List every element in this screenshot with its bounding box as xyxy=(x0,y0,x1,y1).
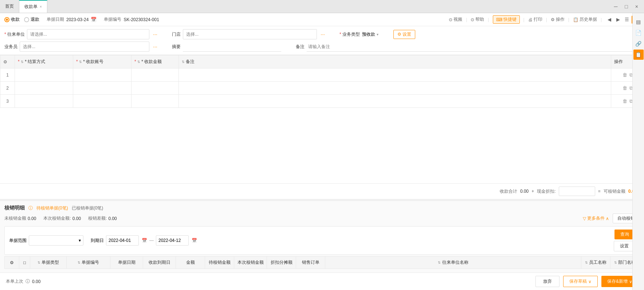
range-select[interactable]: ▾ xyxy=(29,235,83,246)
sidebar-layout-icon[interactable]: 📋 xyxy=(633,50,644,60)
salesperson-label: 业务员 xyxy=(4,44,17,50)
unverified-value: 0.00 xyxy=(28,216,36,221)
ops-icon: ⚙ xyxy=(551,17,555,22)
table-section: ⚙ ⇅ * 结算方式 ⇅ * 收款账号 ⇅ * 收款金额 ⇅ 备注 操作 1 xyxy=(0,55,644,183)
ops-button[interactable]: ⚙ 操作 xyxy=(551,16,565,23)
radio-refund[interactable]: 退款 xyxy=(24,16,39,23)
ops-label: 操作 xyxy=(556,16,565,23)
receipt-table: ⚙ ⇅ * 结算方式 ⇅ * 收款账号 ⇅ * 收款金额 ⇅ 备注 操作 1 xyxy=(0,55,644,108)
row-2-amount[interactable] xyxy=(131,82,179,95)
counterpart-label: 往来单位 xyxy=(4,31,25,38)
date-to-calendar-icon[interactable]: 📅 xyxy=(192,238,197,243)
date-from-calendar-icon[interactable]: 📅 xyxy=(142,238,147,243)
print-button[interactable]: 🖨 打印 xyxy=(528,16,542,23)
save-draft-button[interactable]: 保存草稿 ∨ xyxy=(563,276,598,287)
row-1-remark[interactable] xyxy=(179,68,611,82)
help-button[interactable]: ⊙ 帮助 xyxy=(471,16,484,23)
history-label: 历史单据 xyxy=(580,16,597,23)
prev-icon[interactable]: ◀ xyxy=(605,16,613,24)
row-1-settlement[interactable] xyxy=(15,68,73,82)
sidebar-table-icon[interactable]: ▤ xyxy=(633,17,644,27)
video-button[interactable]: ⊙ 视频 xyxy=(449,16,462,23)
remark-input[interactable] xyxy=(307,42,640,52)
row-2-delete-icon[interactable]: 🗑 xyxy=(623,85,627,91)
remark-field: 备注 xyxy=(296,42,640,52)
save-new-label: 保存&新增 xyxy=(607,278,628,285)
row-1-account[interactable] xyxy=(73,68,131,82)
salesperson-input[interactable] xyxy=(20,42,149,52)
row-3-amount[interactable] xyxy=(131,95,179,108)
shortcut-button[interactable]: ⌨ 快捷键 xyxy=(493,15,520,24)
plus-symbol: + xyxy=(531,189,534,194)
writeoff-table: ⚙ □ ⇅ 单据类型 ⇅ 单据编号 单据日期 收款到期日 金额 待核销金额 本次… xyxy=(4,256,640,269)
next-icon[interactable]: ▶ xyxy=(614,16,622,24)
pending-link[interactable]: 待核销单据(0笔) xyxy=(36,205,68,211)
range-label: 单据范围 xyxy=(9,238,27,244)
counterpart-input[interactable] xyxy=(27,29,149,39)
current-stat: 本次核销金额: 0.00 xyxy=(43,215,81,222)
diff-stat: 核销差额: 0.00 xyxy=(88,215,117,222)
win-max-button[interactable]: □ xyxy=(623,3,630,10)
tab-bar: 首页 收款单 × ─ □ × xyxy=(0,0,644,13)
radio-receipt[interactable]: 收款 xyxy=(4,16,20,23)
date-label: 单据日期 xyxy=(47,16,64,23)
salesperson-more-icon[interactable]: ··· xyxy=(153,44,157,50)
more-conditions-button[interactable]: ▽ 更多条件 ∧ xyxy=(583,215,609,222)
col-gear[interactable]: ⚙ xyxy=(0,55,15,68)
tab-home-label: 首页 xyxy=(5,3,14,9)
right-sidebar: ▤ 📄 🔗 📋 xyxy=(632,13,644,290)
query-button[interactable]: 查询 xyxy=(614,230,635,239)
filter-actions: 查询 设置 xyxy=(614,230,635,251)
row-2-account[interactable] xyxy=(73,82,131,95)
discount-input[interactable] xyxy=(559,187,595,196)
business-type-dropdown[interactable]: 预收款 ▾ xyxy=(362,31,391,38)
abandon-button[interactable]: 放弃 xyxy=(535,276,559,287)
summary-input[interactable] xyxy=(183,42,281,52)
win-close-button[interactable]: × xyxy=(633,3,640,10)
form-row-1: 往来单位 ··· 门店 ··· 业务类型 预收款 ▾ xyxy=(4,29,640,39)
wcol-amount: 金额 xyxy=(176,256,205,269)
sidebar-link-icon[interactable]: 🔗 xyxy=(633,39,644,49)
filter-settings-button[interactable]: 设置 xyxy=(614,241,635,251)
table-gear-icon[interactable]: ⚙ xyxy=(3,59,7,64)
row-3-remark[interactable] xyxy=(179,95,611,108)
wcol-check[interactable]: □ xyxy=(19,256,30,269)
wcol-discount: 折扣分摊额 xyxy=(267,256,296,269)
main-content: 收款 退款 单据日期 2023-03-24 📅 单据编号 SK-20230324… xyxy=(0,13,644,290)
due-date-from-input[interactable] xyxy=(106,235,139,246)
col-amount: ⇅ * 收款金额 xyxy=(131,55,179,68)
wcol-employee: ⇅ 员工名称 xyxy=(581,256,610,269)
table-row: 2 🗑 ⧉ xyxy=(0,82,644,95)
wcol-gear[interactable]: ⚙ xyxy=(5,256,19,269)
number-value: SK-20230324-001 xyxy=(123,17,159,22)
date-calendar-icon[interactable]: 📅 xyxy=(91,17,97,22)
store-input[interactable] xyxy=(183,29,317,39)
list-icon[interactable]: ☰ xyxy=(623,16,631,24)
settings-button[interactable]: ⚙ 设置 xyxy=(393,30,415,39)
row-3-delete-icon[interactable]: 🗑 xyxy=(623,98,627,104)
sidebar-doc-icon[interactable]: 📄 xyxy=(633,28,644,38)
writeoff-info-icon[interactable]: ⓘ xyxy=(28,205,33,211)
summary-label: 摘要 xyxy=(172,44,181,50)
store-more-icon[interactable]: ··· xyxy=(321,31,325,37)
tab-close-icon[interactable]: × xyxy=(40,5,42,9)
due-date-to-input[interactable] xyxy=(156,235,189,246)
tab-receipt[interactable]: 收款单 × xyxy=(19,0,47,13)
row-3-settlement[interactable] xyxy=(15,95,73,108)
tab-home[interactable]: 首页 xyxy=(0,0,19,13)
divider2: | xyxy=(488,17,489,22)
row-2-settlement[interactable] xyxy=(15,82,73,95)
row-1-delete-icon[interactable]: 🗑 xyxy=(623,72,627,78)
done-link[interactable]: 已核销单据(0笔) xyxy=(72,205,103,211)
win-min-button[interactable]: ─ xyxy=(612,3,620,10)
date-separator: — xyxy=(149,238,154,243)
wcol-checkbox-icon: □ xyxy=(23,260,26,265)
bottom-actions: 放弃 保存草稿 ∨ 保存&新增 ∨ xyxy=(535,276,638,287)
bottom-bar: 本单上次 ⓘ 0.00 放弃 保存草稿 ∨ 保存&新增 ∨ xyxy=(0,273,644,290)
row-3-account[interactable] xyxy=(73,95,131,108)
wcol-counterpart: ⇅ 往来单位名称 xyxy=(325,256,581,269)
counterpart-more-icon[interactable]: ··· xyxy=(153,31,157,37)
history-button[interactable]: 📋 历史单据 xyxy=(573,16,597,23)
row-1-amount[interactable] xyxy=(131,68,179,82)
row-2-remark[interactable] xyxy=(179,82,611,95)
